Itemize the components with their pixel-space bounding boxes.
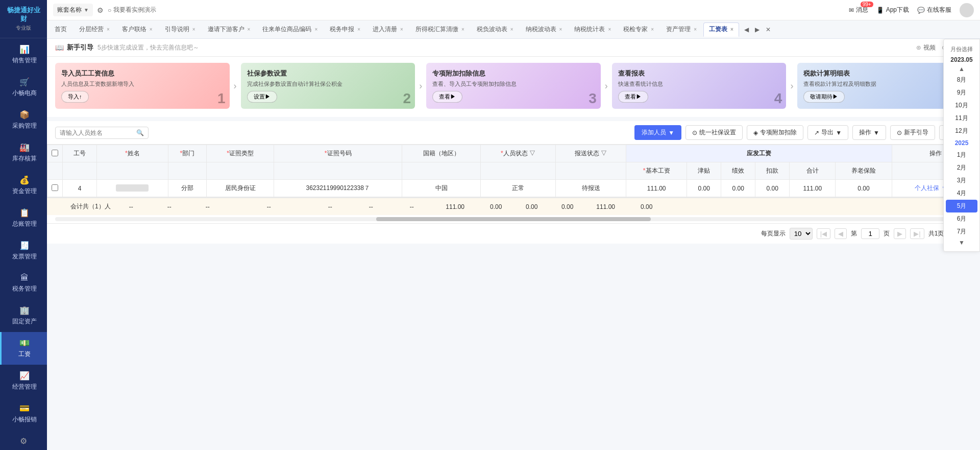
step-2-button[interactable]: 设置▶: [247, 91, 277, 103]
close-icon[interactable]: ×: [510, 27, 513, 32]
new-guide-button[interactable]: ⊙ 新手引导: [890, 125, 935, 140]
tab-clearance[interactable]: 进入清册×: [367, 22, 409, 37]
sidebar-item-finance[interactable]: 💰资金管理: [0, 169, 47, 202]
tab-tax-wave[interactable]: 纳税波动表×: [520, 22, 568, 37]
chevron-down-icon: ▼: [668, 129, 674, 136]
search-wrap[interactable]: 🔍: [55, 127, 149, 139]
month-item-12[interactable]: 12月: [944, 125, 979, 137]
step-4-button[interactable]: 查看▶: [618, 91, 648, 103]
sidebar-item-ecommerce[interactable]: 🛒小畅电商: [0, 71, 47, 104]
month-item-7[interactable]: 7月: [944, 225, 979, 238]
month-item-2[interactable]: 2月: [944, 161, 979, 174]
sidebar-item-invoice[interactable]: 🧾发票管理: [0, 234, 47, 267]
export-button[interactable]: ↗ 导出 ▼: [807, 125, 848, 140]
tab-close-all-icon[interactable]: ✕: [764, 25, 773, 34]
tab-invite-label: 邀请下游客户: [208, 25, 244, 34]
sidebar-item-purchase[interactable]: 📦采购管理: [0, 104, 47, 136]
tab-next-icon[interactable]: ▶: [753, 25, 762, 34]
month-panel: 月份选择 2023.05 ▲ 8月 9月 10月 11月 12月 2025 1月…: [943, 39, 980, 252]
sidebar-item-sales[interactable]: 📊销售管理: [0, 38, 47, 71]
close-icon[interactable]: ×: [730, 27, 733, 32]
sidebar-item-inventory[interactable]: 🏭库存核算: [0, 136, 47, 169]
tab-tax-burden[interactable]: 税负波动表×: [471, 22, 519, 37]
personal-insurance-link[interactable]: 个人社保: [915, 184, 939, 193]
tab-payroll[interactable]: 工资表×: [703, 22, 739, 37]
horizontal-scrollbar[interactable]: [47, 215, 980, 223]
sidebar-item-ledger[interactable]: 📋总账管理: [0, 202, 47, 234]
scrollbar-thumb[interactable]: [376, 217, 651, 221]
operations-button[interactable]: 操作 ▼: [852, 125, 886, 140]
close-icon[interactable]: ×: [357, 27, 360, 32]
sidebar-item-operations[interactable]: 📈经营管理: [0, 365, 47, 397]
close-icon[interactable]: ×: [192, 27, 195, 32]
tab-home[interactable]: 首页: [49, 22, 72, 37]
tab-invite[interactable]: 邀请下游客户×: [202, 22, 256, 37]
sidebar-item-expenses[interactable]: 💳小畅报销: [0, 397, 47, 430]
month-item-10[interactable]: 10月: [944, 99, 979, 112]
month-item-6[interactable]: 6月: [944, 212, 979, 225]
month-item-3[interactable]: 3月: [944, 174, 979, 187]
sidebar-item-tax[interactable]: 🏛税务管理: [0, 267, 47, 299]
settings-icon[interactable]: ⚙: [20, 436, 27, 446]
close-icon[interactable]: ×: [651, 27, 654, 32]
page-size-select[interactable]: 10 20 50: [790, 228, 813, 240]
add-people-button[interactable]: 添加人员 ▼: [634, 125, 681, 140]
step-3-title: 专项附加扣除信息: [432, 69, 595, 78]
last-page-button[interactable]: ▶|: [910, 228, 924, 239]
month-item-1[interactable]: 1月: [944, 149, 979, 161]
tab-tax-expert[interactable]: 税检专家×: [618, 22, 659, 37]
next-page-button[interactable]: ▶: [894, 228, 906, 239]
special-deduction-button[interactable]: ◈ 专项附加扣除: [747, 125, 803, 140]
demo-button[interactable]: ○ 我要看实例演示: [108, 6, 156, 14]
row-checkbox[interactable]: [52, 184, 58, 191]
app-download-button[interactable]: 📱 App下载: [876, 6, 909, 14]
first-page-button[interactable]: |◀: [817, 228, 830, 239]
settings-btn[interactable]: ⚙: [97, 6, 104, 14]
tab-product-code[interactable]: 往来单位商品编码×: [257, 22, 323, 37]
guide-video-link[interactable]: ⊙ 视频: [916, 43, 935, 52]
close-icon[interactable]: ×: [400, 27, 403, 32]
close-icon[interactable]: ×: [314, 27, 317, 32]
tab-prev-icon[interactable]: ◀: [742, 25, 751, 34]
tab-assets[interactable]: 资产管理×: [660, 22, 702, 37]
close-icon[interactable]: ×: [248, 27, 251, 32]
select-all-checkbox[interactable]: [52, 150, 58, 156]
step-5-button[interactable]: 敬请期待▶: [803, 91, 845, 103]
step-5-title: 税款计算明细表: [803, 69, 966, 78]
month-item-11[interactable]: 11月: [944, 112, 979, 125]
search-input[interactable]: [60, 129, 136, 136]
filter-icon[interactable]: ▽: [529, 150, 535, 157]
tab-tax-stats[interactable]: 纳税统计表×: [569, 22, 617, 37]
row-nationality: 中国: [402, 180, 481, 197]
close-icon[interactable]: ×: [559, 27, 562, 32]
step-1-button[interactable]: 导入↑: [61, 91, 89, 103]
tab-layered[interactable]: 分层经营×: [74, 22, 115, 37]
month-item-8[interactable]: 8月: [944, 74, 979, 86]
sidebar-item-assets[interactable]: 🏢固定资产: [0, 299, 47, 332]
close-icon[interactable]: ×: [461, 27, 464, 32]
sidebar-item-payroll[interactable]: 💵工资: [0, 332, 47, 365]
prev-page-button[interactable]: ◀: [835, 228, 847, 239]
message-button[interactable]: ✉ 消息 99+: [849, 6, 868, 14]
page-number-input[interactable]: [861, 228, 879, 239]
unified-settings-button[interactable]: ⊙ 统一社保设置: [685, 125, 743, 140]
tab-guide[interactable]: 引导说明×: [159, 22, 201, 37]
filter-icon[interactable]: ▽: [601, 150, 607, 157]
close-icon[interactable]: ×: [608, 27, 611, 32]
step-3-button[interactable]: 查看▶: [432, 91, 462, 103]
tab-income-tax[interactable]: 所得税汇算清缴×: [410, 22, 470, 37]
month-item-5[interactable]: 5月: [946, 200, 977, 212]
online-service-button[interactable]: 💬 在线客服: [917, 6, 951, 14]
tab-contact[interactable]: 客户联络×: [116, 22, 158, 37]
tab-tax-filing[interactable]: 税务申报×: [324, 22, 366, 37]
account-selector[interactable]: 账套名称 ▼: [53, 4, 93, 16]
close-icon[interactable]: ×: [150, 27, 153, 32]
user-avatar[interactable]: [960, 3, 974, 17]
month-item-9[interactable]: 9月: [944, 86, 979, 99]
month-next-icon[interactable]: ▼: [959, 238, 965, 247]
steps-container: 导入员工工资信息 人员信息及工资数据新增导入 导入↑ 1 › 社保参数设置 完成…: [47, 57, 980, 117]
close-icon[interactable]: ×: [107, 27, 110, 32]
month-item-4[interactable]: 4月: [944, 187, 979, 200]
month-prev-icon[interactable]: ▲: [959, 64, 965, 74]
close-icon[interactable]: ×: [694, 27, 697, 32]
